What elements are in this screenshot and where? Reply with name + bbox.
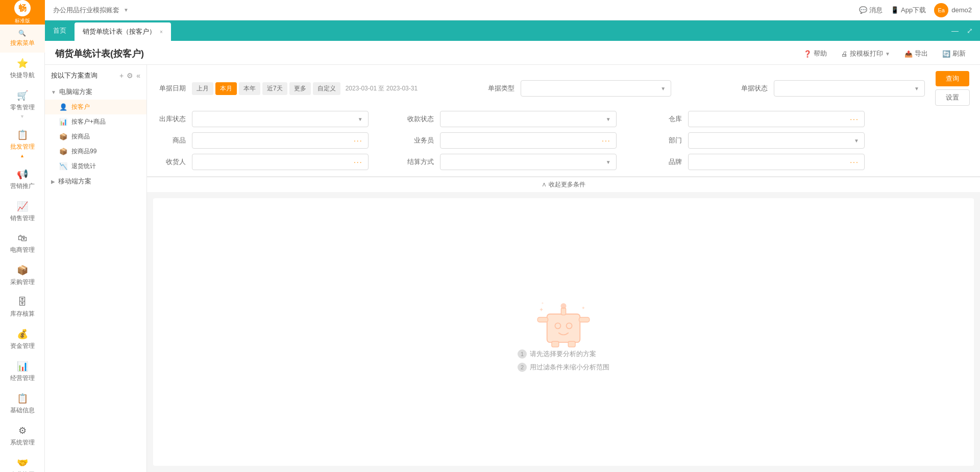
scheme-item-return-stats[interactable]: 📉 退货统计 xyxy=(45,159,146,174)
pc-scheme-group: ▼ 电脑端方案 👤 按客户 📊 按客户+商品 📦 按商品 xyxy=(45,84,146,174)
pc-group-label: 电脑端方案 xyxy=(59,87,92,97)
receiver-input[interactable]: ··· xyxy=(192,154,369,170)
date-range-display: 2023-03-01 至 2023-03-31 xyxy=(346,84,418,93)
sidebar-item-ecommerce[interactable]: 🛍 电商管理 xyxy=(0,228,45,259)
bill-type-input[interactable]: ▼ xyxy=(521,80,672,97)
collapse-filter-button[interactable]: ∧ 收起更多条件 xyxy=(147,177,980,192)
sidebar-item-label: 零售管理 xyxy=(10,103,35,112)
sidebar-item-finance[interactable]: 💰 资金管理 xyxy=(0,323,45,356)
tab-home[interactable]: 首页 xyxy=(45,20,75,41)
page-title-bar: 销货单统计表(按客户) ❓ 帮助 🖨 按模板打印 ▼ 📤 导出 🔄 刷新 xyxy=(45,41,980,65)
wholesale-icon: 📋 xyxy=(17,129,28,140)
mobile-group-header[interactable]: ▶ 移动端方案 xyxy=(45,174,146,189)
sidebar-item-basic-info[interactable]: 📋 基础信息 xyxy=(0,388,45,420)
sidebar-item-operations[interactable]: 📊 经营管理 xyxy=(0,356,45,388)
date-btn-more[interactable]: 更多 xyxy=(289,82,311,95)
scheme-item-goods99[interactable]: 📦 按商品99 xyxy=(45,144,146,159)
bill-status-input[interactable]: ▼ xyxy=(774,80,925,97)
scheme-item-customer-goods[interactable]: 📊 按客户+商品 xyxy=(45,114,146,129)
pc-group-header[interactable]: ▼ 电脑端方案 xyxy=(45,84,146,100)
date-btn-last-month[interactable]: 上月 xyxy=(192,82,213,95)
settings-button[interactable]: 设置 xyxy=(935,89,970,106)
brand-input[interactable]: ··· xyxy=(688,154,865,170)
app-logo[interactable]: 畅 标准版 xyxy=(0,0,45,25)
scheme-panel-title: 按以下方案查询 xyxy=(51,71,97,80)
query-button[interactable]: 查询 xyxy=(936,71,969,86)
download-icon: 📱 xyxy=(891,6,899,14)
message-icon: 💬 xyxy=(859,6,867,14)
export-button[interactable]: 📤 导出 xyxy=(900,47,932,60)
salesperson-input[interactable]: ··· xyxy=(440,132,617,149)
print-button[interactable]: 🖨 按模板打印 ▼ xyxy=(837,47,894,60)
print-icon: 🖨 xyxy=(841,50,848,58)
out-status-input[interactable]: ▼ xyxy=(192,111,369,127)
help-button[interactable]: ❓ 帮助 xyxy=(799,47,831,60)
receipt-status-label: 收款状态 xyxy=(405,114,434,124)
add-scheme-button[interactable]: + xyxy=(119,72,124,80)
title-dropdown-arrow[interactable]: ▼ xyxy=(124,7,129,13)
goods-input[interactable]: ··· xyxy=(192,132,369,149)
sidebar-item-label: 销售管理 xyxy=(10,214,35,223)
sidebar-item-retail[interactable]: 🛒 零售管理 ▼ xyxy=(0,85,45,124)
scheme-item-label: 按客户 xyxy=(71,103,90,111)
sidebar-item-search[interactable]: 🔍 搜索菜单 xyxy=(0,25,45,53)
goods-scheme-icon: 📦 xyxy=(59,133,67,140)
query-actions: 查询 设置 xyxy=(931,71,970,106)
sidebar-item-marketing[interactable]: 📢 营销推广 xyxy=(0,163,45,196)
settlement-input[interactable]: ▼ xyxy=(440,154,617,170)
search-icon: 🔍 xyxy=(18,30,26,37)
user-area[interactable]: Ea demo2 xyxy=(934,3,972,17)
print-dropdown-arrow[interactable]: ▼ xyxy=(885,51,890,57)
avatar: Ea xyxy=(934,3,948,17)
warehouse-more-icon: ··· xyxy=(850,115,859,123)
logo-label: 标准版 xyxy=(15,17,30,25)
tab-bar-actions: — ⤢ xyxy=(948,25,980,37)
refresh-button[interactable]: 🔄 刷新 xyxy=(938,47,970,60)
sidebar-item-wholesale[interactable]: 📋 批发管理 ▲ xyxy=(0,124,45,163)
warehouse-input[interactable]: ··· xyxy=(688,111,865,127)
settings-scheme-button[interactable]: ⚙ xyxy=(127,72,133,80)
page-body: 按以下方案查询 + ⚙ « ▼ 电脑端方案 👤 按客户 xyxy=(45,65,980,472)
goods-more-icon: ··· xyxy=(354,136,363,145)
tab-close-button[interactable]: × xyxy=(160,29,163,35)
date-quick-buttons: 上月 本月 本年 近7天 更多 自定义 xyxy=(192,82,340,95)
app-download-button[interactable]: 📱 App下载 xyxy=(891,6,926,15)
sales-icon: 📈 xyxy=(17,201,28,212)
receipt-status-input[interactable]: ▼ xyxy=(440,111,617,127)
messages-button[interactable]: 💬 消息 xyxy=(859,6,883,15)
scheme-panel: 按以下方案查询 + ⚙ « ▼ 电脑端方案 👤 按客户 xyxy=(45,65,147,472)
collapse-scheme-button[interactable]: « xyxy=(136,72,140,80)
app-title-area: 办公用品行业模拟账套 ▼ xyxy=(53,6,129,15)
sidebar-item-label: 资金管理 xyxy=(10,342,35,350)
filter-area: 单据日期 上月 本月 本年 近7天 更多 自定义 2023-03-01 至 20… xyxy=(147,65,980,177)
finance-icon: 💰 xyxy=(17,328,28,340)
date-btn-this-month[interactable]: 本月 xyxy=(215,82,237,95)
scheme-item-label: 按客户+商品 xyxy=(71,117,106,126)
refresh-label: 刷新 xyxy=(952,49,966,58)
sidebar-item-inventory[interactable]: 🗄 库存核算 xyxy=(0,292,45,323)
sidebar: 畅 标准版 🔍 搜索菜单 ⭐ 快捷导航 🛒 零售管理 ▼ 📋 批发管理 ▲ 📢 … xyxy=(0,0,45,472)
help-icon: ❓ xyxy=(803,50,812,58)
empty-tip-1: 1 请先选择要分析的方案 xyxy=(518,349,609,359)
date-btn-custom[interactable]: 自定义 xyxy=(313,82,340,95)
scheme-item-customer[interactable]: 👤 按客户 xyxy=(45,100,146,114)
empty-tips: 1 请先选择要分析的方案 2 用过滤条件来缩小分析范围 xyxy=(518,349,609,376)
date-btn-7days[interactable]: 近7天 xyxy=(262,82,287,95)
sidebar-item-sales[interactable]: 📈 销售管理 xyxy=(0,196,45,228)
scheme-item-goods[interactable]: 📦 按商品 xyxy=(45,129,146,144)
filter-row-3: 商品 ··· 业务员 ··· 部门 xyxy=(157,132,970,149)
date-btn-this-year[interactable]: 本年 xyxy=(239,82,260,95)
sidebar-item-system[interactable]: ⚙ 系统管理 xyxy=(0,420,45,452)
minimize-tab-button[interactable]: — xyxy=(948,25,962,37)
svg-text:✦: ✦ xyxy=(541,301,544,305)
sidebar-item-cooperation[interactable]: 🤝 企业协同 xyxy=(0,452,45,472)
sidebar-item-quick-nav[interactable]: ⭐ 快捷导航 xyxy=(0,53,45,85)
department-input[interactable]: ▼ xyxy=(688,132,865,149)
customer-goods-icon: 📊 xyxy=(59,118,67,126)
bill-status-label: 单据状态 xyxy=(739,84,768,93)
sidebar-item-purchase[interactable]: 📦 采购管理 xyxy=(0,259,45,292)
tab-active[interactable]: 销货单统计表（按客户） × xyxy=(75,22,171,41)
sidebar-item-label: 搜索菜单 xyxy=(10,39,35,48)
maximize-tab-button[interactable]: ⤢ xyxy=(964,25,976,37)
page-title: 销货单统计表(按客户) xyxy=(55,48,144,60)
